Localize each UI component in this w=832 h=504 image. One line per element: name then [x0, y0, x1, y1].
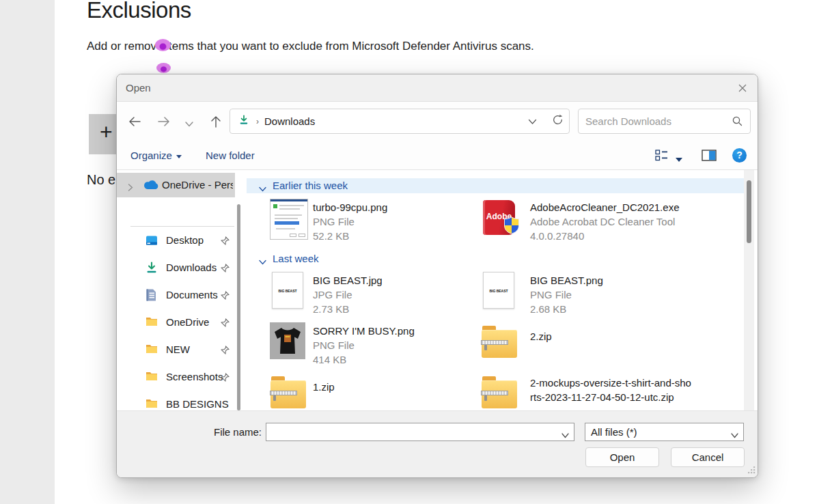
sidebar-item-desktop[interactable]: Desktop [117, 227, 235, 254]
open-button[interactable]: Open [585, 447, 659, 467]
new-folder-button[interactable]: New folder [206, 141, 255, 170]
page-title: Exclusions [87, 0, 191, 23]
file-item-mockups-zip[interactable]: 2-mockups-oversize-t-shirt-and-shorts-20… [481, 373, 706, 410]
sidebar-item-new[interactable]: NEW [117, 336, 235, 363]
tshirt-thumbnail [270, 322, 305, 359]
sidebar-item-bb-designs[interactable]: BB DESIGNS [117, 391, 235, 410]
address-dropdown-chevron-icon[interactable] [528, 115, 537, 128]
file-list-scrollbar-thumb[interactable] [747, 180, 751, 243]
pin-icon [221, 236, 230, 248]
desktop-icon [145, 234, 158, 247]
screenshot-thumbnail [270, 199, 308, 240]
breadcrumb-chevron-icon[interactable]: › [256, 117, 259, 126]
dialog-title: Open [126, 74, 151, 102]
views-icon[interactable] [655, 150, 668, 164]
recent-locations-chevron-icon[interactable] [184, 118, 199, 133]
sidebar-item-screenshots[interactable]: Screenshots [117, 363, 235, 391]
downloads-icon [145, 262, 158, 274]
zip-folder-icon [481, 373, 518, 410]
file-item-turbo-99cpu[interactable]: turbo-99cpu.png PNG File 52.2 KB [270, 199, 475, 237]
onedrive-cloud-icon [143, 180, 159, 193]
preview-pane-icon[interactable] [702, 150, 717, 164]
back-icon[interactable] [127, 114, 142, 129]
file-name: BIG BEAST.jpg [313, 273, 383, 288]
file-name: BIG BEAST.png [530, 273, 603, 288]
file-type: PNG File [313, 214, 387, 229]
pin-icon [221, 372, 230, 384]
file-list-scrollbar-track[interactable] [744, 170, 754, 410]
up-icon[interactable] [208, 114, 223, 129]
group-header-label: Last week [273, 251, 319, 266]
file-item-big-beast-png[interactable]: BIG BEAST BIG BEAST.png PNG File 2.68 KB [481, 272, 706, 310]
file-size: 2.68 KB [530, 302, 603, 316]
file-item-1-zip[interactable]: 1.zip [270, 373, 475, 410]
sidebar-item-onedrive-personal[interactable]: OneDrive - Personal [117, 173, 235, 197]
search-box[interactable] [578, 109, 751, 134]
file-name-label: File name: [185, 423, 262, 441]
address-bar[interactable]: › Downloads [230, 109, 570, 134]
sidebar-item-downloads[interactable]: Downloads [117, 254, 235, 281]
file-name-combobox[interactable] [266, 423, 574, 441]
resize-grip[interactable] [747, 464, 755, 477]
folder-icon [145, 398, 158, 410]
sidebar-item-onedrive-folder[interactable]: OneDrive [117, 309, 235, 336]
file-item-big-beast-jpg[interactable]: BIG BEAST BIG BEAST.jpg JPG File 2.73 KB [270, 272, 475, 310]
expander-chevron-icon[interactable] [128, 182, 133, 194]
downloads-icon [238, 114, 249, 128]
zip-folder-icon [270, 373, 307, 410]
image-thumbnail: BIG BEAST [483, 272, 514, 309]
folder-icon [145, 371, 158, 383]
group-header-earlier-this-week[interactable]: Earlier this week [247, 178, 744, 193]
sidebar-item-label: OneDrive - Personal [162, 173, 233, 197]
image-thumbnail: BIG BEAST [272, 272, 303, 309]
folder-icon [145, 344, 158, 356]
file-name: 1.zip [313, 380, 335, 394]
file-name: 2-mockups-oversize-t-shirt-and-shorts-20… [530, 376, 693, 404]
dialog-titlebar[interactable]: Open [117, 74, 758, 102]
group-header-last-week[interactable]: Last week [247, 251, 744, 266]
refresh-icon[interactable] [552, 114, 564, 128]
sidebar-item-label: Downloads [166, 254, 217, 281]
dialog-content: OneDrive - Personal Desktop Downloads [117, 170, 758, 410]
pin-icon [221, 263, 230, 275]
open-file-dialog: Open › Downloads [116, 74, 758, 478]
search-input[interactable] [585, 110, 722, 132]
zip-folder-icon [481, 322, 518, 360]
file-name: SORRY I'M BUSY.png [313, 324, 415, 338]
file-name: 2.zip [530, 329, 552, 344]
close-icon[interactable] [736, 81, 749, 95]
sidebar-item-label: OneDrive [166, 309, 209, 336]
sidebar-item-label: BB DESIGNS [166, 391, 229, 410]
file-name: AdobeAcroCleaner_DC2021.exe [530, 200, 679, 214]
sidebar-item-documents[interactable]: Documents [117, 281, 235, 309]
group-header-label: Earlier this week [273, 178, 348, 193]
sidebar-scrollbar-thumb[interactable] [237, 204, 240, 410]
forward-icon[interactable] [156, 114, 171, 129]
dialog-footer: File name: All files (*) Open Cancel [117, 410, 758, 478]
sidebar-item-label: Screenshots [166, 363, 223, 391]
help-icon[interactable]: ? [732, 148, 747, 163]
file-item-adobe-acro-cleaner[interactable]: Adobe AdobeAcroCleaner_DC2021.exe Adobe … [481, 199, 706, 237]
file-size: 52.2 KB [313, 229, 387, 243]
file-type: PNG File [530, 288, 603, 302]
sidebar-item-label: Desktop [166, 227, 204, 254]
breadcrumb-location[interactable]: Downloads [264, 115, 315, 127]
folder-icon [145, 316, 158, 328]
page-description: Add or remove items that you want to exc… [87, 40, 534, 53]
pin-icon [221, 345, 230, 357]
sidebar-item-label: Documents [166, 281, 218, 309]
organize-menu-button[interactable]: Organize [130, 141, 182, 170]
file-version: 4.0.0.27840 [530, 229, 679, 243]
views-dropdown-chevron-icon[interactable] [676, 153, 682, 165]
pin-icon [221, 318, 230, 330]
file-type-select[interactable]: All files (*) [585, 423, 744, 441]
file-type: Adobe Acrobat DC Cleaner Tool [530, 214, 679, 229]
file-item-2-zip[interactable]: 2.zip [481, 322, 706, 361]
file-item-sorry-im-busy[interactable]: SORRY I'M BUSY.png PNG File 414 KB [270, 322, 475, 361]
file-name-input[interactable] [271, 424, 557, 440]
touch-indicator [156, 63, 171, 73]
chevron-down-icon[interactable] [561, 429, 569, 441]
file-type: PNG File [313, 338, 415, 352]
chevron-down-icon[interactable] [731, 429, 738, 441]
cancel-button[interactable]: Cancel [671, 447, 745, 467]
